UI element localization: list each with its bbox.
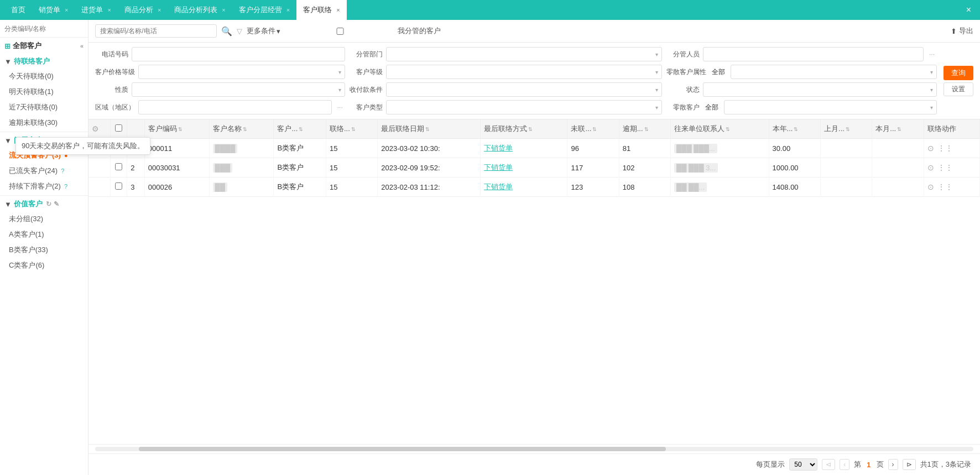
row-this-year: 1000.00	[769, 158, 820, 178]
row-menu-icon[interactable]: ⋮⋮	[937, 182, 953, 191]
sidebar-item-b-class[interactable]: B类客户(33)	[0, 242, 88, 258]
customer-tier-select[interactable]: ▾	[386, 65, 662, 79]
tab-customer-tier[interactable]: 客户分层经营 ×	[232, 0, 296, 20]
row-last-method[interactable]: 下销货单	[481, 139, 567, 158]
row-type: B类客户	[274, 178, 326, 197]
col-settings[interactable]: ⚙	[88, 119, 111, 139]
col-this-month[interactable]: 本月...⇅	[872, 119, 924, 139]
row-last-month	[821, 139, 872, 158]
close-tab-analysis-list[interactable]: ×	[222, 0, 225, 20]
sidebar-search-input[interactable]	[4, 25, 87, 33]
search-button[interactable]: 🔍	[221, 26, 232, 36]
col-code[interactable]: 客户编码⇅	[144, 119, 209, 139]
row-checkbox-cell[interactable]	[111, 178, 127, 197]
manager-select[interactable]	[703, 47, 924, 61]
pagination: 每页显示 50 20 100 ⊲ ‹ 第 1 页 › ⊳ 共1页，3条记录	[88, 453, 980, 475]
col-name[interactable]: 客户名称⇅	[209, 119, 274, 139]
query-button[interactable]: 查询	[943, 66, 973, 80]
retail-customer-value: 全部	[705, 103, 718, 112]
customer-type-select[interactable]: ▾	[386, 100, 662, 114]
row-last-method[interactable]: 下销货单	[481, 158, 567, 178]
window-close-button[interactable]: ×	[962, 5, 976, 15]
col-last-date[interactable]: 最后联络日期⇅	[378, 119, 481, 139]
all-customers-header[interactable]: ⊞ 全部客户 «	[0, 38, 88, 54]
retail-attr-select[interactable]: ▾	[731, 65, 937, 79]
nature-select[interactable]: ▾	[132, 82, 345, 97]
phone-input[interactable]	[132, 47, 345, 61]
sidebar-item-churned[interactable]: 已流失客户(24) ?	[0, 163, 88, 179]
next-page-button[interactable]: ›	[888, 459, 898, 470]
col-last-method[interactable]: 最后联络方式⇅	[481, 119, 567, 139]
tab-customer-link[interactable]: 客户联络 ×	[296, 0, 346, 20]
per-page-select[interactable]: 50 20 100	[789, 458, 817, 471]
first-page-button[interactable]: ⊲	[822, 459, 835, 470]
sidebar-item-today-pending[interactable]: 今天待联络(0)	[0, 69, 88, 84]
row-name: ███	[209, 158, 274, 178]
refresh-icon[interactable]: ↻	[46, 200, 51, 208]
row-menu-icon[interactable]: ⋮⋮	[937, 163, 953, 172]
tab-analysis-list[interactable]: 商品分析列表 ×	[168, 0, 232, 20]
row-menu-icon[interactable]: ⋮⋮	[937, 144, 953, 153]
my-customers-checkbox[interactable]	[285, 28, 395, 35]
row-last-date: 2023-02-09 19:52:	[378, 158, 481, 178]
export-button[interactable]: ⬆ 导出	[951, 26, 973, 36]
tab-sales[interactable]: 销货单 ×	[32, 0, 75, 20]
row-last-date: 2023-03-02 10:30:	[378, 139, 481, 158]
payment-select[interactable]: ▾	[386, 82, 662, 97]
edit-icon[interactable]: ✎	[54, 200, 59, 208]
col-last-month[interactable]: 上月...⇅	[821, 119, 872, 139]
col-this-year[interactable]: 本年...⇅	[769, 119, 820, 139]
col-contact[interactable]: 联络...⇅	[326, 119, 378, 139]
sidebar-item-7day-pending[interactable]: 近7天待联络(0)	[0, 100, 88, 115]
col-no-contact[interactable]: 未联...⇅	[567, 119, 619, 139]
sidebar-group-pending[interactable]: ▼ 待联络客户	[0, 54, 88, 69]
table-scrollbar-area[interactable]	[88, 444, 980, 453]
sidebar-item-declining[interactable]: 持续下滑客户(2) ?	[0, 179, 88, 194]
close-tab-sales[interactable]: ×	[65, 0, 68, 20]
row-link-icon[interactable]: ⊙	[927, 144, 934, 153]
close-tab-analysis[interactable]: ×	[158, 0, 161, 20]
sidebar-item-c-class[interactable]: C类客户(6)	[0, 258, 88, 273]
close-tab-customer-tier[interactable]: ×	[286, 0, 290, 20]
retail-attr-label: 零散客户属性	[666, 67, 706, 77]
chevron-down-icon-3: ▼	[4, 200, 12, 208]
dept-select[interactable]: ▾	[386, 47, 662, 61]
scrollbar-thumb[interactable]	[139, 447, 666, 451]
col-checkbox[interactable]	[111, 119, 127, 139]
sidebar-item-a-class[interactable]: A类客户(1)	[0, 227, 88, 242]
grid-settings-icon[interactable]: ⚙	[92, 124, 99, 133]
sidebar-item-unclassified[interactable]: 未分组(32)	[0, 211, 88, 227]
region-select[interactable]	[138, 100, 332, 114]
select-all-checkbox[interactable]	[115, 124, 122, 132]
filter-settings-button[interactable]: 设置	[943, 82, 973, 96]
col-type[interactable]: 客户...⇅	[274, 119, 326, 139]
sidebar-group-value[interactable]: ▼ 价值客户 ↻ ✎	[0, 197, 88, 211]
row-link-icon[interactable]: ⊙	[927, 182, 934, 191]
status-select[interactable]: ▾	[703, 82, 937, 97]
my-customers-checkbox-label[interactable]: 我分管的客户	[285, 26, 441, 36]
manager-more-btn[interactable]: ···	[927, 50, 937, 58]
tab-analysis[interactable]: 商品分析 ×	[118, 0, 168, 20]
sidebar-item-overdue-pending[interactable]: 逾期未联络(30)	[0, 115, 88, 131]
price-tier-select[interactable]: ▾	[138, 65, 345, 79]
col-overdue[interactable]: 逾期...⇅	[619, 119, 670, 139]
scrollbar-track[interactable]	[95, 447, 973, 451]
customer-tier-label: 客户等级	[350, 67, 383, 77]
row-checkbox[interactable]	[115, 163, 122, 170]
close-tab-purchase[interactable]: ×	[107, 0, 111, 20]
sidebar-item-tomorrow-pending[interactable]: 明天待联络(1)	[0, 84, 88, 100]
row-link-icon[interactable]: ⊙	[927, 163, 934, 172]
retail-customer-select[interactable]: ▾	[724, 100, 937, 114]
close-tab-customer-link[interactable]: ×	[336, 0, 340, 20]
row-checkbox-cell[interactable]	[111, 158, 127, 178]
tab-purchase[interactable]: 进货单 ×	[75, 0, 117, 20]
tab-home[interactable]: 首页	[4, 0, 32, 20]
last-page-button[interactable]: ⊳	[903, 459, 916, 470]
col-contact-person[interactable]: 往来单位联系人⇅	[670, 119, 769, 139]
row-checkbox[interactable]	[115, 182, 122, 190]
search-input[interactable]	[95, 24, 217, 38]
row-last-method[interactable]: 下销货单	[481, 178, 567, 197]
prev-page-button[interactable]: ‹	[840, 459, 849, 470]
more-conditions-button[interactable]: 更多条件 ▾	[247, 26, 280, 36]
region-more-btn[interactable]: ···	[335, 103, 345, 111]
